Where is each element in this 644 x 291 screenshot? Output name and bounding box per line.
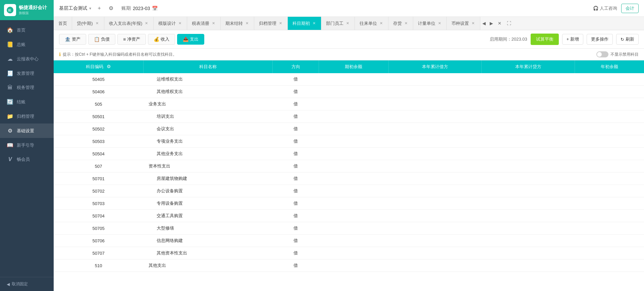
sidebar-item-ledger[interactable]: 📒 总账 xyxy=(0,37,54,52)
subtab-expense[interactable]: 📤 支出 xyxy=(177,34,204,45)
cell-direction: 借 xyxy=(273,235,319,247)
sidebar-item-invoice[interactable]: 🧾 发票管理 xyxy=(0,66,54,81)
table-row[interactable]: 50702 办公设备购置 借 xyxy=(54,185,644,197)
tab-unit[interactable]: 往来单位 ✕ xyxy=(355,17,388,30)
calendar-icon[interactable]: 📅 xyxy=(152,6,158,11)
table-row[interactable]: 50707 其他资本性支出 借 xyxy=(54,247,644,259)
tab-close-subject-init[interactable]: ✕ xyxy=(312,20,316,26)
cell-ytd-credit xyxy=(482,73,575,86)
cell-name: 其他维权支出 xyxy=(143,86,273,98)
cell-code: 50702 xyxy=(54,185,143,197)
tab-expand[interactable]: ⛶ xyxy=(504,17,514,30)
tab-close-all[interactable]: ✕ xyxy=(495,17,504,30)
tab-dept[interactable]: 部门员工 ✕ xyxy=(321,17,355,30)
home-icon: 🏠 xyxy=(7,27,13,33)
tab-close-annual[interactable]: ✕ xyxy=(144,20,149,26)
table-row[interactable]: 50704 交通工具购置 借 xyxy=(54,210,644,222)
logo-text: 畅捷通好会计 旗舰版 xyxy=(19,5,47,15)
sidebar-item-guide[interactable]: 📖 新手引导 xyxy=(0,138,54,152)
table-wrapper[interactable]: 科目编码 ⚙ 科目名称 方向 期初余额 本年累计借方 本年累计贷方 年初余额 xyxy=(54,60,644,291)
tab-close-dept[interactable]: ✕ xyxy=(345,20,350,26)
sidebar-pin-toggle[interactable]: ◀ 取消固定 xyxy=(0,277,54,291)
service-label: 人工咨询 xyxy=(600,5,617,11)
table-row[interactable]: 50501 培训支出 借 xyxy=(54,110,644,123)
table-row[interactable]: 50706 信息网络购建 借 xyxy=(54,235,644,247)
tab-close-measure[interactable]: ✕ xyxy=(437,20,442,26)
company-selector[interactable]: 基层工会测试 ▾ xyxy=(59,5,91,11)
subtab-net-asset[interactable]: ≡ 净资产 xyxy=(117,34,146,45)
table-row[interactable]: 50406 其他维权支出 借 xyxy=(54,86,644,98)
tab-close-unit[interactable]: ✕ xyxy=(379,20,383,26)
tab-home[interactable]: 首页 xyxy=(54,17,72,30)
col-header-ytd-credit: 本年累计贷方 xyxy=(482,60,575,73)
sidebar-item-home[interactable]: 🏠 首页 xyxy=(0,23,54,37)
refresh-button[interactable]: ↻ 刷新 xyxy=(616,34,639,45)
table-row[interactable]: 50502 会议支出 借 xyxy=(54,123,644,135)
tab-period-end[interactable]: 期末结转 ✕ xyxy=(221,17,254,30)
pin-icon: ◀ xyxy=(7,282,10,287)
sidebar-item-member[interactable]: V 畅会员 xyxy=(0,152,54,166)
tab-label-period-end: 期末结转 xyxy=(225,20,243,27)
tab-currency[interactable]: 币种设置 ✕ xyxy=(447,17,480,30)
tab-close-archive[interactable]: ✕ xyxy=(278,20,283,26)
tab-nav-next[interactable]: ▶ xyxy=(488,17,495,30)
cell-ytd-credit xyxy=(482,135,575,148)
subtab-income[interactable]: 💰 收入 xyxy=(148,34,175,45)
tab-close-template[interactable]: ✕ xyxy=(178,20,182,26)
account-button[interactable]: 会计 xyxy=(621,4,639,13)
topbar-gear-icon[interactable]: ⚙ xyxy=(107,4,115,13)
table-row[interactable]: 50705 大型修缮 借 xyxy=(54,222,644,235)
table-row[interactable]: 50703 专用设备购置 借 xyxy=(54,197,644,210)
table-row[interactable]: 50504 其他业务支出 借 xyxy=(54,148,644,160)
tab-mid-period[interactable]: 贷(中期) ✕ xyxy=(72,17,104,30)
tab-tax[interactable]: 税表清册 ✕ xyxy=(187,17,221,30)
cell-ytd-credit xyxy=(482,160,575,173)
table-row[interactable]: 50701 房屋建筑物购建 借 xyxy=(54,173,644,185)
add-tab-button[interactable]: ＋ xyxy=(95,3,103,13)
subtab-liability[interactable]: 📋 负债 xyxy=(88,34,115,45)
cell-year-opening xyxy=(575,123,644,135)
service-button[interactable]: 🎧 人工咨询 xyxy=(593,5,617,11)
archive-icon: 📁 xyxy=(7,113,13,119)
tab-measure[interactable]: 计量单位 ✕ xyxy=(413,17,447,30)
tab-nav-prev[interactable]: ◀ xyxy=(480,17,488,30)
period-value[interactable]: 2023-03 xyxy=(133,6,150,11)
sidebar-item-tax[interactable]: 🏛 税务管理 xyxy=(0,81,54,95)
tab-inventory[interactable]: 存货 ✕ xyxy=(388,17,413,30)
toggle-knob xyxy=(597,52,602,57)
tab-subject-init[interactable]: 科目期初 ✕ xyxy=(288,17,321,30)
cell-code: 50704 xyxy=(54,210,143,222)
col-settings-icon[interactable]: ⚙ xyxy=(107,64,111,69)
company-name: 基层工会测试 xyxy=(59,5,87,11)
disabled-toggle[interactable]: 不显示禁用科目 xyxy=(596,51,639,57)
cell-year-opening xyxy=(575,235,644,247)
table-row[interactable]: 505 业务支出 借 xyxy=(54,98,644,110)
table-row[interactable]: 50503 专项业务支出 借 xyxy=(54,135,644,148)
toggle-control[interactable] xyxy=(596,51,608,57)
add-button[interactable]: + 新增 xyxy=(562,34,583,45)
more-button[interactable]: 更多操作 xyxy=(587,34,613,45)
tab-archive[interactable]: 归档管理 ✕ xyxy=(254,17,288,30)
sidebar-label-home: 首页 xyxy=(17,27,25,33)
tab-close-mid[interactable]: ✕ xyxy=(95,20,99,26)
calculate-button[interactable]: 试算平衡 xyxy=(531,34,559,45)
tab-close-inventory[interactable]: ✕ xyxy=(404,20,408,26)
tab-label-template: 模版设计 xyxy=(158,20,176,27)
tab-annual[interactable]: 收入支出表(年报) ✕ xyxy=(104,17,154,30)
tab-close-currency[interactable]: ✕ xyxy=(471,20,475,26)
subtab-asset[interactable]: 🏦 资产 xyxy=(59,34,86,45)
cell-code: 50406 xyxy=(54,86,143,98)
sidebar-item-cloud[interactable]: ☁ 云报表中心 xyxy=(0,52,54,66)
table-row[interactable]: 510 其他支出 借 xyxy=(54,259,644,272)
tab-close-period-end[interactable]: ✕ xyxy=(245,20,249,26)
guide-icon: 📖 xyxy=(7,142,13,148)
sidebar-item-settings[interactable]: ⚙ 基础设置 xyxy=(0,124,54,138)
sidebar-item-archive[interactable]: 📁 归档管理 xyxy=(0,109,54,124)
cell-opening xyxy=(319,259,388,272)
cell-direction: 借 xyxy=(273,123,319,135)
table-row[interactable]: 507 资本性支出 借 xyxy=(54,160,644,173)
tab-template[interactable]: 模版设计 ✕ xyxy=(154,17,187,30)
table-row[interactable]: 50405 运维维权支出 借 xyxy=(54,73,644,86)
tab-close-tax[interactable]: ✕ xyxy=(211,20,216,26)
sidebar-item-close[interactable]: 🔄 结账 xyxy=(0,95,54,109)
